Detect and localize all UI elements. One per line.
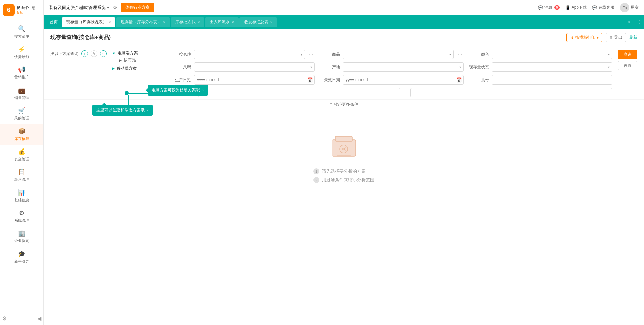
sidebar-item-system[interactable]: ⚙ 系统管理: [0, 206, 43, 226]
hint-number: 1: [313, 168, 319, 174]
edit-scheme-button[interactable]: ✎: [91, 50, 97, 57]
sidebar-item-label: 经营管理: [14, 177, 29, 182]
tooltip-close-button[interactable]: ×: [147, 108, 149, 112]
stock-status-input[interactable]: [492, 62, 612, 72]
export-button[interactable]: ⬆ 导出: [606, 33, 626, 42]
tab-close-icon[interactable]: ×: [198, 20, 200, 24]
tab-close-icon[interactable]: ×: [109, 20, 111, 24]
search-button[interactable]: 查询: [618, 50, 637, 59]
print-button[interactable]: 🖨 按模板打印 ▾: [566, 33, 602, 42]
header-right: 💬 消息 6 📱 App下载 💬 在线客服 Ea 用友: [538, 3, 639, 12]
settings-bottom-icon[interactable]: ⚙: [2, 315, 7, 322]
tooltip-desktop-scheme: 电脑方案可设为移动方案哦 ×: [148, 85, 208, 96]
tab-home[interactable]: 首页: [46, 17, 61, 27]
tooltip-close-button[interactable]: ×: [202, 88, 204, 92]
sidebar-item-operations[interactable]: 📋 经营管理: [0, 165, 43, 185]
app-download-action[interactable]: 📱 App下载: [565, 5, 587, 10]
sidebar-item-guide[interactable]: 🎓 新手引导: [0, 247, 43, 267]
add-scheme-button[interactable]: +: [81, 50, 88, 57]
sidebar-logo: 6 畅通好生意 标版: [0, 0, 43, 20]
calendar-icon[interactable]: 📅: [307, 77, 313, 83]
tooltip-create-scheme: 这里可以创建和修改方案哦 ×: [92, 105, 153, 116]
refresh-button[interactable]: 刷新: [629, 35, 637, 40]
origin-filter: 产地 ▾: [320, 62, 464, 72]
user-action[interactable]: Ea 用友: [620, 3, 639, 12]
sidebar-item-enterprise[interactable]: 🏢 企业协同: [0, 226, 43, 247]
sidebar-nav: 🔍 搜索菜单 ⚡ 快捷导航 📢 营销推广 💼 销售管理 🛒 采购管理 📦: [0, 20, 43, 312]
mobile-scheme-toggle[interactable]: ▶ 移动端方案: [112, 65, 166, 72]
system-name: 装备及固定资产辅助管理系统: [49, 5, 106, 11]
stock-qty-max-input[interactable]: [410, 88, 613, 97]
purchase-icon: 🛒: [18, 107, 25, 114]
goods-dots[interactable]: ···: [457, 51, 464, 57]
guide-icon: 🎓: [18, 250, 25, 258]
tooltip-text: 电脑方案可设为移动方案哦: [152, 87, 200, 93]
sidebar-item-inventory[interactable]: 📦 库存核算: [0, 124, 43, 145]
tab-io-flow[interactable]: 出入库流水 ×: [205, 17, 238, 27]
basic-icon: 📊: [18, 189, 25, 196]
logo-icon: 6: [3, 4, 15, 16]
header-settings-icon[interactable]: ⚙: [113, 4, 117, 11]
tab-bar-right: × ⛶: [627, 18, 641, 26]
system-selector[interactable]: 装备及固定资产辅助管理系统 ▾: [49, 5, 109, 11]
expand-icon: ▼: [112, 51, 116, 55]
close-all-tabs-icon[interactable]: ×: [627, 18, 632, 26]
scheme-sub-item[interactable]: ▶ 按商品: [119, 57, 166, 64]
maximize-icon[interactable]: ⛶: [634, 18, 641, 26]
sidebar-item-sales[interactable]: 💼 销售管理: [0, 83, 43, 104]
top-header: 装备及固定资产辅助管理系统 ▾ ⚙ 体验行业方案 💬 消息 6 📱 App下载 …: [44, 0, 644, 15]
goods-input[interactable]: [343, 50, 454, 59]
collapse-sidebar-icon[interactable]: ◀: [37, 315, 41, 322]
empty-state: 1 请先选择要分析的方案 2 用过滤条件来缩小分析范围: [44, 109, 644, 206]
desktop-scheme-toggle[interactable]: ▼ 电脑端方案: [112, 50, 166, 57]
chevron-up-icon: ⌃: [329, 102, 333, 107]
stock-qty-min-input[interactable]: [198, 88, 400, 97]
size-filter: 尺码 ▾: [171, 62, 315, 72]
tab-close-icon[interactable]: ×: [232, 20, 234, 24]
tab-stock-dist[interactable]: 现存量（库存分布表） ×: [116, 17, 170, 27]
sidebar-item-finance[interactable]: 💰 资金管理: [0, 145, 43, 165]
tab-stock-status[interactable]: 现存量（库存状况表） ×: [62, 17, 115, 27]
empty-hint-2: 2 用过滤条件来缩小分析范围: [313, 177, 374, 183]
color-input[interactable]: [492, 50, 612, 59]
desktop-scheme-children: ▶ 按商品: [119, 57, 166, 64]
industry-button[interactable]: 体验行业方案: [121, 3, 154, 12]
size-input[interactable]: [194, 62, 315, 72]
warehouse-dots[interactable]: ···: [308, 51, 315, 57]
online-support-action[interactable]: 💬 在线客服: [592, 5, 614, 10]
expire-date-input[interactable]: [343, 75, 464, 85]
tab-close-icon[interactable]: ×: [270, 20, 272, 24]
sidebar-item-basic[interactable]: 📊 基础信息: [0, 185, 43, 206]
prod-date-input[interactable]: [194, 75, 315, 85]
origin-input[interactable]: [343, 62, 464, 72]
hint-number: 2: [313, 177, 319, 183]
svg-rect-1: [335, 136, 352, 141]
query-buttons: 查询 设置: [618, 50, 637, 70]
tab-close-icon[interactable]: ×: [163, 20, 165, 24]
sidebar-item-quick[interactable]: ⚡ 快捷导航: [0, 42, 43, 63]
warehouse-input[interactable]: [194, 50, 305, 59]
support-label: 在线客服: [598, 5, 614, 10]
filter-fields: 按仓库 ▾ ··· 商品: [171, 50, 612, 99]
sidebar-bottom: ⚙ ◀: [0, 312, 43, 325]
message-action[interactable]: 💬 消息 6: [538, 5, 560, 10]
batch-input[interactable]: [492, 75, 612, 85]
sidebar-item-label: 基础信息: [14, 198, 29, 203]
sidebar-item-label: 营销推广: [14, 75, 29, 80]
empty-hints: 1 请先选择要分析的方案 2 用过滤条件来缩小分析范围: [313, 168, 374, 186]
system-icon: ⚙: [19, 209, 24, 217]
export-icon: ⬆: [609, 35, 613, 40]
mobile-scheme-label: 移动端方案: [117, 66, 137, 71]
sidebar-item-search[interactable]: 🔍 搜索菜单: [0, 22, 43, 42]
sidebar-item-purchase[interactable]: 🛒 采购管理: [0, 104, 43, 124]
tab-recv-summary[interactable]: 收发存汇总表 ×: [239, 17, 277, 27]
marketing-icon: 📢: [18, 66, 25, 73]
sidebar-item-marketing[interactable]: 📢 营销推广: [0, 63, 43, 83]
back-scheme-button[interactable]: ←: [100, 50, 107, 57]
collapse-button[interactable]: ⌃ 收起更多条件: [329, 102, 358, 107]
page-title: 现存量查询(按仓库+商品): [50, 34, 111, 41]
calendar-icon[interactable]: 📅: [456, 77, 462, 83]
filter-section: 按以下方案查询 + ✎ ← ▼ 电脑端方案 ▶: [44, 45, 644, 109]
reset-button[interactable]: 设置: [618, 61, 637, 70]
tab-stock-batch[interactable]: 库存批次账 ×: [171, 17, 204, 27]
